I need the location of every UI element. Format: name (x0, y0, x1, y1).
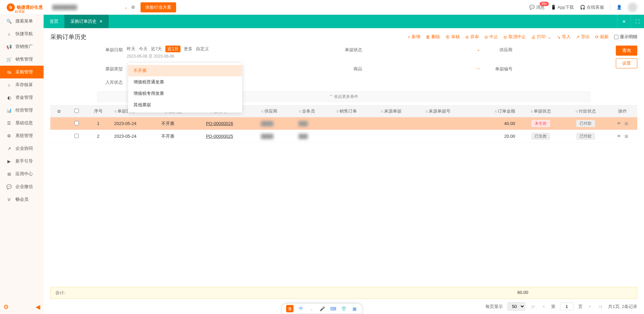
export-button[interactable]: ↗导出 (576, 34, 590, 40)
page-header: 采购订单历史 +新增 🗑删除 ⦿审核 ⊘弃审 ⊘中止 ⊘取消中止 🖨打印⌄ ↘导… (44, 28, 644, 46)
ime-lang[interactable]: 中 (298, 305, 304, 312)
app-download-button[interactable]: 📱 App下载 (551, 4, 574, 10)
page-size-select[interactable]: 50 (507, 302, 525, 311)
trial-button[interactable]: 体验行业方案 (141, 2, 176, 12)
goods-input[interactable] (366, 65, 480, 73)
messages-button[interactable]: 💬 消息 99+ (529, 4, 545, 10)
table-row[interactable]: 2 2023-05-24 不开票 PO-00000025 ████ ███ 20… (50, 130, 637, 143)
date-shortcut[interactable]: 昨天 (127, 46, 136, 52)
tab-close-all-icon[interactable]: ✕ (617, 15, 631, 28)
audit-button[interactable]: ⦿审核 (445, 34, 460, 40)
settings-icon[interactable]: ⚙ (131, 5, 135, 10)
tab-current[interactable]: 采购订单历史 ✕ (64, 15, 109, 28)
ime-punct-icon[interactable]: ， (308, 305, 315, 312)
query-button[interactable]: 查询 (616, 46, 637, 56)
table-header[interactable]: ⇅付款状态 (563, 106, 608, 117)
sidebar-item-7[interactable]: 📊经营管理 (0, 104, 44, 117)
sidebar-item-13[interactable]: 💬企业微信 (0, 180, 44, 193)
status-input[interactable] (366, 46, 480, 54)
ime-mic-icon[interactable]: 🎤 (319, 305, 326, 312)
sidebar-item-9[interactable]: ⚙系统管理 (0, 129, 44, 142)
sidebar-item-14[interactable]: V畅会员 (0, 193, 44, 206)
abandon-button[interactable]: ⊘弃审 (465, 34, 479, 40)
online-service-button[interactable]: 🎧 在线客服 (580, 4, 604, 10)
dropdown-item[interactable]: 不开票 (128, 65, 242, 76)
order-link[interactable]: PO-00000025 (206, 134, 233, 139)
tab-home[interactable]: 首页 (44, 15, 64, 28)
view-icon[interactable]: 👁 (617, 134, 621, 139)
tab-expand-icon[interactable]: ⛶ (631, 15, 644, 28)
more-action-icon[interactable]: ⊞ (625, 134, 628, 139)
date-shortcut[interactable]: 更多 (184, 46, 193, 52)
cancel-stop-button[interactable]: ⊘取消中止 (503, 34, 526, 40)
chevron-down-icon[interactable]: ⌄ (477, 47, 480, 52)
add-button[interactable]: +新增 (408, 34, 420, 40)
date-shortcut[interactable]: 今天 (139, 46, 148, 52)
sidebar-item-5[interactable]: ⌂库存核算 (0, 78, 44, 91)
show-detail-checkbox[interactable]: 显示明细 (614, 34, 637, 40)
table-header[interactable]: ⇅来源单据号 (422, 106, 474, 117)
import-icon: ↘ (557, 35, 560, 40)
row-checkbox[interactable] (74, 121, 79, 125)
table-header[interactable]: ⇅来源单据 (377, 106, 422, 117)
table-header[interactable]: ⇅单据状态 (519, 106, 563, 117)
table-header[interactable]: ⇅销售订单 (333, 106, 377, 117)
order-no-input[interactable] (517, 65, 631, 73)
supplier-input[interactable] (517, 46, 631, 54)
content-area: 首页 采购订单历史 ✕ ✕ ⛶ 采购订单历史 +新增 🗑删除 ⦿审核 ⊘弃审 ⊘… (44, 15, 644, 314)
prev-page-icon[interactable]: < (541, 304, 546, 309)
avatar[interactable] (628, 3, 637, 12)
table-row[interactable]: 1 2023-05-24 不开票 PO-00000026 ████ ███ 40… (50, 117, 637, 130)
gear-icon[interactable]: ⚙ (57, 109, 61, 114)
table-header[interactable]: ⇅业务员 (295, 106, 333, 117)
sidebar-icon: ↗ (6, 146, 12, 151)
sidebar-item-0[interactable]: 🔍搜索菜单 (0, 15, 44, 27)
select-all-checkbox[interactable] (74, 109, 79, 113)
chevron-down-icon[interactable]: ⌄ (124, 5, 128, 10)
row-checkbox[interactable] (74, 134, 79, 138)
table-header[interactable]: ⇅订单金额 (474, 106, 519, 117)
import-button[interactable]: ↘导入 (557, 34, 571, 40)
collapse-icon[interactable]: ◀ (36, 303, 40, 311)
last-page-icon[interactable]: >| (597, 304, 603, 309)
page-input[interactable] (560, 303, 574, 310)
date-shortcut[interactable]: 近1月 (165, 46, 180, 52)
dropdown-item[interactable]: 增值税专用发票 (128, 88, 242, 99)
dropdown-item[interactable]: 其他票据 (128, 99, 242, 111)
ime-toolbox-icon[interactable]: ▦ (351, 305, 358, 312)
table-header[interactable]: ⇅供应商 (258, 106, 295, 117)
ime-skin-icon[interactable]: 👕 (340, 305, 347, 312)
settings-button[interactable]: 设置 (616, 58, 637, 68)
delete-button[interactable]: 🗑删除 (426, 34, 440, 40)
trash-icon: 🗑 (426, 35, 430, 40)
more-action-icon[interactable]: ⊞ (625, 121, 628, 126)
sidebar-item-3[interactable]: 🛒销售管理 (0, 53, 44, 66)
sidebar-item-11[interactable]: ▶新手引导 (0, 155, 44, 168)
view-icon[interactable]: 👁 (617, 121, 621, 126)
first-page-icon[interactable]: |< (530, 304, 536, 309)
stop-button[interactable]: ⊘中止 (484, 34, 498, 40)
sidebar-item-6[interactable]: ◐资金管理 (0, 91, 44, 104)
next-page-icon[interactable]: > (587, 304, 593, 309)
company-select[interactable]: ████████ (52, 5, 77, 10)
refresh-button[interactable]: ⟳刷新 (595, 34, 609, 40)
sidebar-item-2[interactable]: 📢营销推广 (0, 40, 44, 53)
filter-goods: 商品 ⋯ (343, 65, 480, 73)
table-wrap: ⚙序号⇅单据日期⇅票据类型⇅单据编号⇅供应商⇅业务员⇅销售订单⇅来源单据⇅来源单… (50, 105, 637, 287)
more-icon[interactable]: ⋯ (476, 66, 480, 71)
sidebar-item-1[interactable]: ⌂快捷导航 (0, 27, 44, 40)
sidebar-item-10[interactable]: ↗企业协同 (0, 142, 44, 155)
sidebar-item-8[interactable]: ☰基础信息 (0, 117, 44, 129)
order-link[interactable]: PO-00000026 (206, 121, 233, 126)
print-button[interactable]: 🖨打印⌄ (531, 34, 551, 40)
date-shortcut[interactable]: 自定义 (196, 46, 209, 52)
sidebar-item-4[interactable]: 🛍采购管理 (0, 66, 44, 78)
dropdown-item[interactable]: 增值税普通发票 (128, 76, 242, 88)
close-icon[interactable]: ✕ (99, 19, 103, 24)
date-shortcut[interactable]: 近7天 (151, 46, 162, 52)
ime-keyboard-icon[interactable]: ⌨ (330, 305, 336, 312)
gear-icon[interactable]: ⚙ (3, 303, 9, 311)
sidebar-item-12[interactable]: ⊞应用中心 (0, 168, 44, 180)
user-icon[interactable]: 👤 (616, 5, 622, 10)
ime-logo-icon[interactable]: S (286, 305, 293, 312)
